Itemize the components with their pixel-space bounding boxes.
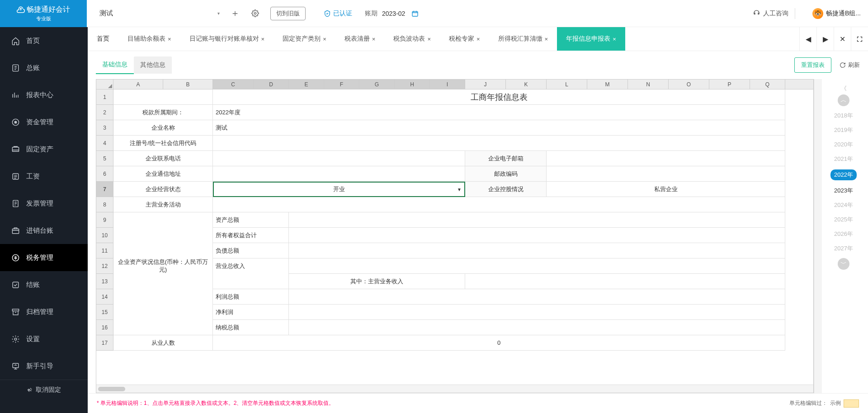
user-menu[interactable]: 🐯 畅捷通B组... bbox=[812, 8, 861, 19]
tab-0[interactable]: 目辅助余额表× bbox=[118, 27, 180, 51]
tab-scroll-right[interactable]: ▶ bbox=[816, 27, 834, 51]
nav-item-home[interactable]: 首页 bbox=[0, 27, 88, 54]
year-2022年[interactable]: 2022年 bbox=[830, 169, 857, 180]
cell[interactable] bbox=[289, 289, 785, 305]
tab-5[interactable]: 税检专家× bbox=[440, 27, 489, 51]
colhdr-B[interactable]: B bbox=[163, 80, 213, 89]
nav-item-setting[interactable]: 设置 bbox=[0, 325, 88, 352]
subtab-basic[interactable]: 基础信息 bbox=[96, 56, 134, 74]
cell[interactable] bbox=[113, 320, 213, 335]
switch-old-button[interactable]: 切到旧版 bbox=[270, 7, 306, 20]
nav-item-close[interactable]: 结账 bbox=[0, 271, 88, 298]
tab-close-all[interactable]: ✕ bbox=[834, 27, 851, 51]
reset-button[interactable]: 重置报表 bbox=[794, 57, 831, 73]
rowhdr-14[interactable]: 14 bbox=[96, 289, 113, 305]
cell[interactable] bbox=[213, 274, 289, 289]
tab-close-icon[interactable]: × bbox=[323, 36, 326, 42]
cell[interactable] bbox=[289, 305, 785, 320]
gear-icon[interactable] bbox=[247, 5, 263, 22]
tab-close-icon[interactable]: × bbox=[613, 36, 616, 42]
nav-item-funds[interactable]: 资金管理 bbox=[0, 108, 88, 136]
tab-close-icon[interactable]: × bbox=[168, 36, 171, 42]
tab-2[interactable]: 固定资产类别× bbox=[274, 27, 335, 51]
cell[interactable] bbox=[213, 151, 465, 166]
cell[interactable]: 负债总额 bbox=[213, 243, 289, 258]
colhdr-K[interactable]: K bbox=[506, 80, 547, 89]
tab-6[interactable]: 所得税汇算清缴× bbox=[489, 27, 557, 51]
cell[interactable] bbox=[547, 151, 785, 166]
cell[interactable] bbox=[113, 212, 213, 228]
cell[interactable]: 注册号/统一社会信用代码 bbox=[113, 136, 213, 151]
cell[interactable] bbox=[113, 89, 213, 105]
nav-item-stock[interactable]: 进销台账 bbox=[0, 217, 88, 244]
tab-4[interactable]: 税负波动表× bbox=[384, 27, 440, 51]
rowhdr-15[interactable]: 15 bbox=[96, 305, 113, 320]
rowhdr-2[interactable]: 2 bbox=[96, 105, 113, 120]
add-icon[interactable] bbox=[227, 5, 243, 22]
year-down[interactable]: ﹀ bbox=[838, 258, 849, 270]
cell[interactable]: 纳税总额 bbox=[213, 320, 289, 335]
cell[interactable]: 测试 bbox=[213, 120, 785, 136]
dropdown-arrow-icon[interactable]: ▼ bbox=[457, 187, 462, 192]
cell[interactable]: 工商年报信息表 bbox=[213, 89, 785, 105]
cell[interactable] bbox=[289, 228, 785, 243]
cell[interactable]: 净利润 bbox=[213, 305, 289, 320]
cell[interactable]: 0 bbox=[213, 335, 785, 351]
rowhdr-13[interactable]: 13 bbox=[96, 274, 113, 289]
company-select[interactable]: 测试 ▾ bbox=[94, 5, 225, 22]
year-up[interactable]: ︿ bbox=[838, 94, 849, 106]
colhdr-C[interactable]: C bbox=[213, 80, 254, 89]
rowhdr-1[interactable]: 1 bbox=[96, 89, 113, 105]
nav-item-asset[interactable]: 固定资产 bbox=[0, 136, 88, 163]
colhdr-H[interactable]: H bbox=[395, 80, 430, 89]
tab-close-icon[interactable]: × bbox=[261, 36, 265, 42]
cell[interactable]: 邮政编码 bbox=[465, 166, 547, 182]
year-2021年[interactable]: 2021年 bbox=[834, 155, 853, 163]
cell[interactable] bbox=[289, 243, 785, 258]
year-2023年[interactable]: 2023年 bbox=[834, 187, 853, 195]
horizontal-scrollbar[interactable] bbox=[96, 385, 813, 393]
cell[interactable]: 税款所属期间： bbox=[113, 105, 213, 120]
colhdr-E[interactable]: E bbox=[289, 80, 324, 89]
nav-item-wage[interactable]: 工资 bbox=[0, 163, 88, 190]
rowhdr-9[interactable]: 9 bbox=[96, 212, 113, 228]
cell[interactable]: 企业资产状况信息(币种：人民币万元) bbox=[113, 258, 213, 274]
unpin-button[interactable]: 取消固定 bbox=[0, 380, 88, 399]
refresh-button[interactable]: 刷新 bbox=[840, 61, 860, 69]
rowhdr-12[interactable]: 12 bbox=[96, 258, 113, 274]
select-all-corner[interactable] bbox=[96, 80, 113, 89]
colhdr-O[interactable]: O bbox=[669, 80, 709, 89]
tab-scroll-left[interactable]: ◀ bbox=[799, 27, 816, 51]
cell[interactable]: 企业通信地址 bbox=[113, 166, 213, 182]
cell[interactable]: 所有者权益合计 bbox=[213, 228, 289, 243]
cell[interactable]: 主营业务活动 bbox=[113, 197, 213, 212]
cell[interactable] bbox=[113, 228, 213, 243]
year-2018年[interactable]: 2018年 bbox=[834, 112, 853, 120]
nav-item-archive[interactable]: 归档管理 bbox=[0, 298, 88, 325]
rowhdr-4[interactable]: 4 bbox=[96, 136, 113, 151]
nav-item-guide[interactable]: 新手引导 bbox=[0, 352, 88, 380]
tab-close-icon[interactable]: × bbox=[427, 36, 431, 42]
fullscreen-icon[interactable] bbox=[851, 27, 868, 51]
support-link[interactable]: 人工咨询 bbox=[753, 9, 788, 18]
cell[interactable]: 从业人数 bbox=[113, 335, 213, 351]
year-2019年[interactable]: 2019年 bbox=[834, 126, 853, 134]
cell[interactable] bbox=[213, 166, 465, 182]
year-2020年[interactable]: 2020年 bbox=[834, 141, 853, 149]
cell[interactable] bbox=[113, 243, 213, 258]
spreadsheet[interactable]: ABCDEFGHIJKLMNOPQ 1工商年报信息表2税款所属期间：2022年度… bbox=[96, 79, 814, 393]
period-value[interactable]: 2023-02 bbox=[382, 10, 405, 17]
colhdr-P[interactable]: P bbox=[709, 80, 750, 89]
cell[interactable] bbox=[113, 289, 213, 305]
cell[interactable]: 开业▼ bbox=[213, 182, 465, 197]
cell[interactable] bbox=[113, 305, 213, 320]
calendar-icon[interactable] bbox=[407, 5, 423, 22]
colhdr-Q[interactable]: Q bbox=[750, 80, 785, 89]
rowhdr-10[interactable]: 10 bbox=[96, 228, 113, 243]
cell[interactable] bbox=[547, 166, 785, 182]
cell[interactable]: 利润总额 bbox=[213, 289, 289, 305]
year-2026年[interactable]: 2026年 bbox=[834, 230, 853, 238]
colhdr-I[interactable]: I bbox=[430, 80, 465, 89]
cell[interactable] bbox=[289, 320, 785, 335]
cell[interactable] bbox=[213, 197, 785, 212]
